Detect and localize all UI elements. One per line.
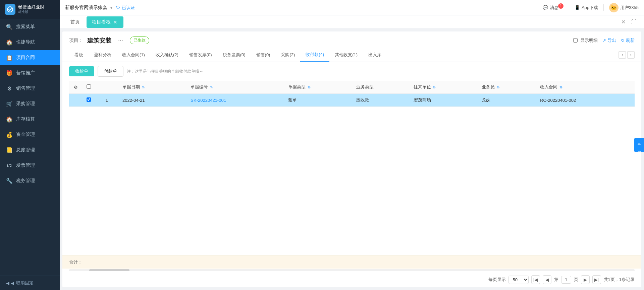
col-partner[interactable]: 往来单位 ⇅ [410, 81, 478, 94]
index-cell: 1 [95, 94, 118, 107]
project-label: 项目： [69, 38, 83, 44]
sidebar-item-invoice[interactable]: 🗂 发票管理 [0, 158, 60, 173]
select-all-checkbox[interactable] [87, 84, 91, 89]
payment-button[interactable]: 付款单 [98, 66, 123, 77]
sub-nav-income-contract[interactable]: 收入合同(1) [117, 49, 150, 61]
record-link[interactable]: SK-20220421-001 [191, 98, 226, 103]
refresh-button[interactable]: ↻ 刷新 [621, 38, 635, 44]
checkbox-cell [83, 94, 95, 107]
row-checkbox[interactable] [87, 97, 91, 102]
tab-home[interactable]: 首页 [65, 16, 85, 28]
biz-type-cell: 应收款 [352, 94, 409, 107]
feedback-icon: ✏ [637, 142, 642, 147]
home-icon: 🏠 [6, 39, 13, 46]
marketing-icon: 🎁 [6, 70, 13, 76]
salesman-cell: 龙妹 [478, 94, 536, 107]
sidebar-item-label: 资金管理 [16, 132, 35, 138]
sidebar-item-label: 税务管理 [16, 178, 35, 184]
sidebar-item-label: 采购管理 [16, 101, 35, 107]
sidebar-item-project-contract[interactable]: 📋 项目合同 [0, 50, 60, 65]
table-toolbar: 收款单 付款单 注：这里是与项目关联的全部收付款单哦～ [62, 62, 641, 81]
settings-col-header[interactable]: ⚙ [69, 81, 83, 94]
sub-nav-next-button[interactable]: › [627, 51, 635, 59]
sort-icon-type: ⇅ [308, 85, 311, 89]
horizontal-scrollbar[interactable] [62, 269, 641, 272]
unpin-button[interactable]: ◀︎ ◀︎ 取消固定 [0, 276, 60, 290]
maximize-window-button[interactable]: ⛶ [629, 17, 639, 27]
app-download-button[interactable]: 📱 App下载 [575, 5, 598, 11]
sub-nav-profit[interactable]: 盈利分析 [89, 49, 117, 61]
sidebar-item-search[interactable]: 🔍 搜索菜单 [0, 19, 60, 34]
sub-nav-sales-invoice[interactable]: 销售发票(0) [184, 49, 217, 61]
sidebar-item-label: 搜索菜单 [16, 24, 35, 30]
sub-nav-sales[interactable]: 销售(0) [251, 49, 276, 61]
export-button[interactable]: ↗ 导出 [602, 38, 616, 44]
scrollbar-thumb[interactable] [89, 269, 129, 271]
app-edition: 标准版 [18, 10, 44, 14]
col-number[interactable]: 单据编号 ⇅ [186, 81, 284, 94]
partner-cell: 宏茂商场 [410, 94, 478, 107]
sidebar-item-quick-nav[interactable]: 🏠 快捷导航 [0, 34, 60, 50]
sidebar-item-label: 营销推广 [16, 70, 35, 76]
table-row[interactable]: 1 2022-04-21 SK-20220421-001 蓝单 应收款 宏茂商场… [69, 94, 635, 107]
next-page-button[interactable]: ▶ [581, 275, 590, 284]
sub-nav-in-out-warehouse[interactable]: 出入库 [363, 49, 387, 61]
pagination: 每页显示 50 10 20 100 |◀ ◀ 第 页 ▶ ▶| 共1页，1条记录 [62, 272, 641, 287]
type-cell: 蓝单 [284, 94, 352, 107]
tab-close-button[interactable]: ✕ [113, 19, 118, 25]
sidebar-item-ledger[interactable]: 📒 总账管理 [0, 142, 60, 158]
sub-nav-tax-invoice[interactable]: 税务发票(0) [217, 49, 251, 61]
page-size-select[interactable]: 50 10 20 100 [508, 276, 529, 284]
page-info: 第 [554, 277, 558, 283]
sidebar-item-fund[interactable]: 💰 资金管理 [0, 127, 60, 142]
show-detail-input[interactable] [573, 38, 578, 43]
col-index [95, 81, 118, 94]
message-button[interactable]: 💬 消息 1 [543, 5, 564, 11]
show-detail-checkbox[interactable]: 显示明细 [573, 38, 598, 44]
sidebar-item-marketing[interactable]: 🎁 营销推广 [0, 65, 60, 81]
receipt-button[interactable]: 收款单 [69, 66, 94, 76]
topbar-left: 新服务官网演示账套 ▼ 🛡 已认证 [65, 5, 543, 11]
account-name: 新服务官网演示账套 [65, 5, 107, 11]
status-badge: 已生效 [130, 37, 149, 44]
sort-icon-salesman: ⇅ [497, 85, 500, 89]
account-selector[interactable]: 新服务官网演示账套 ▼ [65, 5, 113, 11]
export-icon: ↗ [602, 38, 606, 43]
shield-icon: 🛡 [116, 5, 120, 10]
close-window-button[interactable]: ✕ [619, 17, 628, 27]
total-pages: 共1页，1条记录 [604, 277, 635, 283]
app-name: 畅捷通好业财 [18, 4, 44, 10]
sub-nav-purchase[interactable]: 采购(2) [275, 49, 300, 61]
col-type[interactable]: 单据类型 ⇅ [284, 81, 352, 94]
tab-project-board[interactable]: 项目看板 ✕ [87, 16, 123, 28]
sidebar-item-purchase[interactable]: 🛒 采购管理 [0, 96, 60, 112]
feedback-button[interactable]: ✏ 意见反馈 [634, 138, 644, 152]
data-table: ⚙ 单据日期 ⇅ 单据编号 ⇅ 单据类型 ⇅ [69, 81, 635, 107]
sub-nav-other-income[interactable]: 其他收支(1) [329, 49, 363, 61]
sort-icon-number: ⇅ [210, 85, 213, 89]
col-salesman[interactable]: 业务员 ⇅ [478, 81, 536, 94]
last-page-button[interactable]: ▶| [592, 275, 601, 284]
first-page-button[interactable]: |◀ [531, 275, 540, 284]
tab-label: 项目看板 [92, 19, 111, 25]
prev-page-button[interactable]: ◀ [543, 275, 551, 284]
avatar: 🐱 [609, 3, 619, 12]
sidebar-logo: 畅捷通好业财 标准版 [0, 0, 60, 19]
sidebar-item-label: 销售管理 [16, 85, 35, 91]
sub-nav-receivable[interactable]: 收付款(4) [300, 48, 329, 62]
sidebar-item-sales[interactable]: ⚙ 销售管理 [0, 81, 60, 96]
sub-nav-prev-button[interactable]: ‹ [619, 51, 626, 59]
total-label: 合计： [69, 259, 82, 265]
sub-nav-board[interactable]: 看板 [69, 49, 89, 61]
col-income-contract[interactable]: 收入合同 ⇅ [536, 81, 635, 94]
project-more-button[interactable]: ··· [115, 36, 126, 45]
col-date[interactable]: 单据日期 ⇅ [118, 81, 186, 94]
sidebar-item-tax[interactable]: 🔧 税务管理 [0, 173, 60, 189]
sub-nav-income-confirm[interactable]: 收入确认(2) [150, 49, 184, 61]
project-header: 项目： 建筑安装 ··· 已生效 显示明细 ↗ 导出 ↻ 刷新 [62, 31, 641, 48]
page-number-input[interactable] [561, 276, 571, 284]
app-logo-icon [5, 4, 15, 15]
search-icon: 🔍 [6, 23, 13, 30]
sidebar-item-inventory[interactable]: 🏠 库存核算 [0, 112, 60, 127]
user-menu[interactable]: 🐱 用户3355 [609, 3, 639, 12]
